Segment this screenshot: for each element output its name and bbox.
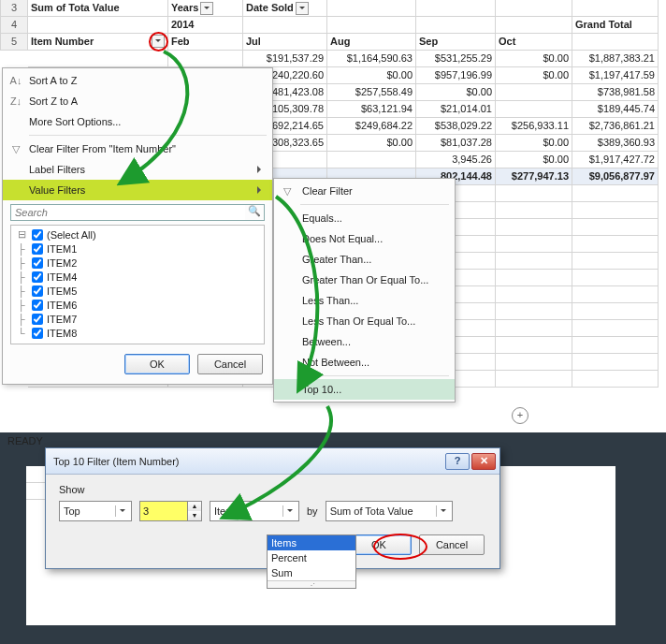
clear-filter-item-number: ▽Clear Filter From "Item Number" (3, 139, 272, 159)
help-button[interactable]: ? (445, 453, 470, 470)
col-sep: Sep (416, 34, 496, 51)
dialog-cancel-button[interactable]: Cancel (419, 534, 485, 555)
list-item[interactable]: └ITEM8 (15, 326, 260, 340)
row-header-5[interactable]: 5 (0, 34, 28, 51)
sort-z-to-a[interactable]: Z↓Sort Z to A (3, 91, 272, 111)
option-items[interactable]: Items (268, 535, 355, 550)
by-label: by (307, 505, 318, 517)
years-field: Years (168, 0, 243, 17)
count-input[interactable] (139, 501, 188, 521)
less-equal-filter[interactable]: Less Than Or Equal To... (274, 311, 455, 331)
option-percent[interactable]: Percent (268, 550, 355, 565)
label-filters[interactable]: Label Filters (3, 159, 272, 180)
sort-a-to-z[interactable]: A↓Sort A to Z (3, 70, 272, 91)
count-spinner: ▲▼ (139, 501, 202, 521)
years-filter-dropdown[interactable] (200, 2, 213, 15)
row-header-4[interactable]: 4 (0, 17, 28, 34)
chevron-down-icon (115, 505, 129, 517)
less-than-filter[interactable]: Less Than... (274, 290, 455, 311)
filter-search-input[interactable] (11, 205, 245, 220)
clear-filter: ▽Clear Filter (274, 181, 455, 201)
item-number-field: Item Number (28, 34, 168, 51)
status-ready: READY (7, 435, 43, 446)
separator (29, 135, 267, 136)
chevron-down-icon (282, 505, 297, 517)
clear-filter-icon: ▽ (280, 185, 295, 198)
filter-ok-button[interactable]: OK (124, 354, 190, 374)
resize-handle-icon[interactable]: ⋰ (268, 580, 355, 588)
date-sold-field: Date Sold (243, 0, 327, 17)
list-item[interactable]: ├ITEM6 (15, 298, 260, 312)
list-item[interactable]: ├ITEM4 (15, 270, 260, 284)
filter-cancel-button[interactable]: Cancel (197, 354, 263, 374)
top-10-filter-menu-item[interactable]: Top 10... (274, 379, 455, 400)
close-button[interactable]: ✕ (471, 453, 496, 470)
top-bottom-select[interactable]: Top (59, 501, 132, 521)
col-jul: Jul (243, 34, 327, 51)
greater-than-filter[interactable]: Greater Than... (274, 249, 455, 270)
value-filters-submenu: ▽Clear Filter Equals... Does Not Equal..… (273, 178, 456, 402)
filter-item-select-all[interactable]: ⊟(Select All) (15, 227, 260, 242)
col-aug: Aug (327, 34, 416, 51)
add-sheet-button[interactable]: + (512, 407, 528, 424)
greater-equal-filter[interactable]: Greater Than Or Equal To... (274, 270, 455, 290)
list-item[interactable]: ├ITEM1 (15, 242, 260, 256)
show-label: Show (59, 484, 486, 495)
item-number-filter-menu: A↓Sort A to Z Z↓Sort Z to A More Sort Op… (2, 67, 273, 385)
items-type-select[interactable]: Items (210, 501, 299, 521)
separator (300, 375, 449, 376)
value-field-select[interactable]: Sum of Tota Value (326, 501, 453, 521)
more-sort-options[interactable]: More Sort Options... (3, 111, 272, 132)
row-header-3[interactable]: 3 (0, 0, 28, 17)
dialog-title-text: Top 10 Filter (Item Number) (50, 456, 443, 467)
separator (300, 204, 449, 205)
clear-filter-icon: ▽ (8, 143, 23, 155)
spin-down[interactable]: ▼ (188, 511, 201, 520)
not-between-filter[interactable]: Not Between... (274, 352, 455, 373)
date-sold-filter-dropdown[interactable] (296, 2, 309, 15)
dialog-titlebar[interactable]: Top 10 Filter (Item Number) ? ✕ (46, 448, 500, 475)
not-equal-filter[interactable]: Does Not Equal... (274, 228, 455, 249)
option-sum[interactable]: Sum (268, 565, 355, 580)
value-filters[interactable]: Value Filters (3, 180, 272, 200)
filter-item-tree[interactable]: ⊟(Select All) ├ITEM1 ├ITEM2 ├ITEM4 ├ITEM… (10, 225, 265, 344)
between-filter[interactable]: Between... (274, 331, 455, 352)
spin-up[interactable]: ▲ (188, 502, 201, 511)
list-item[interactable]: ├ITEM2 (15, 256, 260, 270)
col-feb: Feb (168, 34, 243, 51)
search-icon: 🔍 (245, 205, 264, 220)
chevron-down-icon (436, 505, 450, 517)
table-row: $191,537.29 $1,164,590.63 $531,255.29 $0… (28, 51, 666, 67)
sum-of-value-label: Sum of Tota Value (28, 0, 168, 17)
filter-search-box: 🔍 (10, 204, 265, 221)
list-item[interactable]: ├ITEM5 (15, 284, 260, 298)
grand-total-header: Grand Total (572, 17, 659, 34)
row-headers: 3 4 5 (0, 0, 28, 51)
sort-desc-icon: Z↓ (8, 95, 23, 107)
year-2014-header: 2014 (168, 17, 243, 34)
item-number-filter-dropdown[interactable] (152, 35, 165, 48)
sort-asc-icon: A↓ (8, 75, 23, 86)
items-type-dropdown-list: Items Percent Sum ⋰ (267, 534, 356, 589)
list-item[interactable]: ├ITEM7 (15, 312, 260, 326)
col-oct: Oct (496, 34, 572, 51)
equals-filter[interactable]: Equals... (274, 208, 455, 228)
